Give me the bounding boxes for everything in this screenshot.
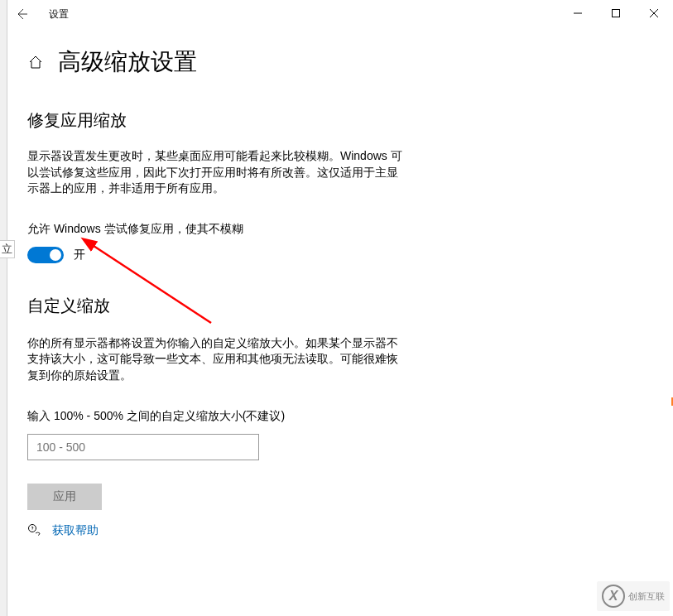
svg-rect-1 bbox=[613, 10, 620, 17]
watermark-text: 创新互联 bbox=[628, 590, 665, 603]
cropped-edge-char: 立 bbox=[0, 240, 15, 258]
fix-toggle-switch[interactable] bbox=[27, 247, 64, 263]
watermark-logo: X bbox=[602, 585, 625, 608]
titlebar: 设置 bbox=[7, 0, 673, 28]
watermark: X 创新互联 bbox=[597, 581, 670, 611]
minimize-icon bbox=[574, 9, 582, 17]
content-area: 修复应用缩放 显示器设置发生更改时，某些桌面应用可能看起来比较模糊。Window… bbox=[7, 109, 673, 538]
header-row: 高级缩放设置 bbox=[7, 46, 673, 78]
section-fix-title: 修复应用缩放 bbox=[27, 109, 653, 132]
help-icon bbox=[27, 523, 42, 538]
fix-toggle-state: 开 bbox=[74, 248, 85, 262]
close-button[interactable] bbox=[635, 0, 673, 26]
home-button[interactable] bbox=[27, 54, 44, 70]
home-icon bbox=[28, 55, 43, 70]
custom-scale-input[interactable] bbox=[27, 434, 259, 460]
maximize-button[interactable] bbox=[597, 0, 635, 26]
back-arrow-icon bbox=[15, 7, 28, 21]
window-controls bbox=[559, 0, 673, 26]
page-title: 高级缩放设置 bbox=[58, 46, 197, 78]
get-help-link[interactable]: 获取帮助 bbox=[52, 523, 99, 538]
close-icon bbox=[650, 9, 658, 17]
section-fix-description: 显示器设置发生更改时，某些桌面应用可能看起来比较模糊。Windows 可以尝试修… bbox=[27, 148, 408, 197]
window-title: 设置 bbox=[49, 7, 69, 22]
minimize-button[interactable] bbox=[559, 0, 597, 26]
maximize-icon bbox=[612, 9, 620, 17]
section-custom-description: 你的所有显示器都将设置为你输入的自定义缩放大小。如果某个显示器不支持该大小，这可… bbox=[27, 335, 408, 384]
toggle-knob bbox=[50, 249, 61, 261]
apply-button[interactable]: 应用 bbox=[27, 484, 102, 510]
help-row: 获取帮助 bbox=[27, 523, 653, 538]
custom-scale-input-label: 输入 100% - 500% 之间的自定义缩放大小(不建议) bbox=[27, 409, 653, 424]
section-custom-title: 自定义缩放 bbox=[27, 295, 653, 317]
back-button[interactable] bbox=[7, 0, 36, 28]
apply-button-label: 应用 bbox=[53, 489, 76, 504]
help-icon-wrap bbox=[27, 523, 42, 538]
fix-toggle-label: 允许 Windows 尝试修复应用，使其不模糊 bbox=[27, 222, 653, 237]
fix-toggle-row: 开 bbox=[27, 247, 653, 263]
svg-point-4 bbox=[29, 524, 36, 532]
settings-window: 设置 高级缩 bbox=[7, 0, 673, 616]
